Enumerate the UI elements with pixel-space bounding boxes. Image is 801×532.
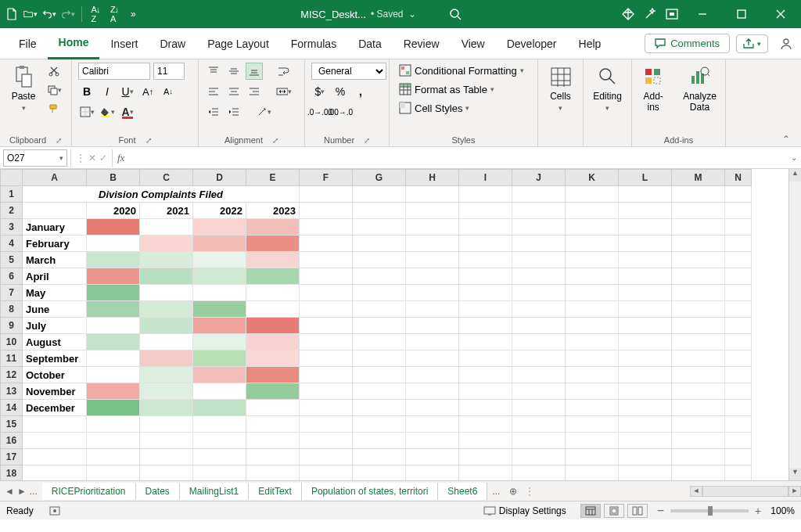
percent-icon[interactable]: %	[332, 83, 349, 100]
enter-formula-icon[interactable]: ✓	[99, 153, 107, 164]
analyze-data-button[interactable]: Analyze Data	[678, 63, 721, 115]
cell[interactable]	[87, 400, 140, 416]
cell[interactable]: March	[23, 252, 87, 268]
cell[interactable]	[246, 367, 300, 383]
cell[interactable]	[566, 383, 619, 400]
cell[interactable]	[193, 416, 246, 433]
cell[interactable]	[193, 383, 246, 400]
cell[interactable]	[246, 334, 300, 350]
cell[interactable]	[87, 334, 140, 350]
search-icon[interactable]	[449, 8, 462, 20]
cell[interactable]	[619, 350, 672, 367]
cell[interactable]	[140, 301, 193, 318]
cell[interactable]	[725, 400, 752, 416]
cell[interactable]	[140, 466, 193, 481]
cell[interactable]	[459, 367, 512, 383]
comments-button[interactable]: Comments	[645, 34, 730, 53]
cell[interactable]	[87, 318, 140, 334]
comma-icon[interactable]: ,	[352, 83, 369, 100]
row-header[interactable]: 1	[1, 186, 23, 203]
align-right-icon[interactable]	[246, 83, 263, 100]
cell[interactable]	[672, 466, 725, 481]
cell[interactable]	[406, 416, 459, 433]
col-header[interactable]: M	[672, 170, 725, 186]
cell[interactable]	[512, 285, 566, 301]
fill-color-icon[interactable]: ▾	[99, 103, 116, 120]
fx-icon[interactable]: fx	[113, 152, 129, 164]
cell[interactable]	[566, 285, 619, 301]
zoom-slider[interactable]	[670, 509, 749, 512]
cell[interactable]	[353, 252, 406, 268]
sheet-tab[interactable]: EditText	[249, 483, 302, 500]
cell[interactable]	[566, 252, 619, 268]
cell[interactable]	[353, 334, 406, 350]
cell[interactable]	[672, 334, 725, 350]
cell[interactable]	[619, 252, 672, 268]
format-painter-icon[interactable]	[45, 100, 63, 117]
cell[interactable]	[193, 400, 246, 416]
borders-icon[interactable]: ▾	[78, 103, 95, 120]
cell[interactable]	[140, 383, 193, 400]
cell[interactable]	[406, 186, 459, 203]
cell[interactable]	[512, 235, 566, 252]
row-header[interactable]: 14	[1, 400, 23, 416]
cell[interactable]	[619, 285, 672, 301]
cell[interactable]: 2022	[193, 203, 246, 219]
cell[interactable]	[725, 285, 752, 301]
cell[interactable]	[87, 219, 140, 235]
dialog-launcher-icon[interactable]: ⤢	[364, 136, 370, 145]
cell[interactable]	[87, 383, 140, 400]
cell[interactable]	[87, 416, 140, 433]
cell[interactable]	[353, 400, 406, 416]
cell[interactable]: June	[23, 301, 87, 318]
cell[interactable]	[459, 186, 512, 203]
cell[interactable]	[406, 203, 459, 219]
cell[interactable]	[406, 383, 459, 400]
cell[interactable]	[406, 350, 459, 367]
cell[interactable]	[246, 219, 300, 235]
cell[interactable]	[353, 219, 406, 235]
row-header[interactable]: 2	[1, 203, 23, 219]
cell[interactable]	[353, 203, 406, 219]
cell[interactable]: September	[23, 350, 87, 367]
cell[interactable]	[300, 252, 353, 268]
cell[interactable]	[406, 235, 459, 252]
align-top-icon[interactable]	[205, 63, 222, 80]
cell[interactable]	[246, 301, 300, 318]
cell[interactable]	[566, 301, 619, 318]
cell[interactable]	[300, 383, 353, 400]
title-cell[interactable]: Division Complaints Filed	[23, 186, 300, 203]
cell[interactable]	[246, 449, 300, 466]
cell[interactable]	[353, 318, 406, 334]
cell[interactable]	[566, 416, 619, 433]
zoom-level[interactable]: 100%	[770, 505, 795, 516]
cell[interactable]	[406, 252, 459, 268]
cell[interactable]	[512, 301, 566, 318]
dialog-launcher-icon[interactable]: ⤢	[56, 136, 62, 145]
cell[interactable]: December	[23, 400, 87, 416]
cell[interactable]	[140, 433, 193, 449]
cell[interactable]	[566, 186, 619, 203]
cell[interactable]	[193, 433, 246, 449]
cell[interactable]	[406, 301, 459, 318]
cells-button[interactable]: Cells▾	[544, 63, 578, 115]
dialog-launcher-icon[interactable]: ⤢	[145, 136, 152, 145]
cell[interactable]	[140, 268, 193, 285]
cell[interactable]	[672, 367, 725, 383]
decrease-indent-icon[interactable]	[205, 103, 222, 120]
cell[interactable]	[140, 400, 193, 416]
col-header[interactable]: D	[193, 170, 246, 186]
cell[interactable]	[353, 416, 406, 433]
cell[interactable]	[459, 219, 512, 235]
col-header[interactable]: L	[619, 170, 672, 186]
cell[interactable]	[406, 318, 459, 334]
col-header[interactable]: E	[246, 170, 300, 186]
col-header[interactable]: I	[459, 170, 512, 186]
cell[interactable]	[246, 383, 300, 400]
cell[interactable]	[619, 186, 672, 203]
cell[interactable]	[566, 466, 619, 481]
cell[interactable]	[193, 219, 246, 235]
cell[interactable]	[512, 400, 566, 416]
cell[interactable]	[619, 367, 672, 383]
cell[interactable]	[23, 466, 87, 481]
